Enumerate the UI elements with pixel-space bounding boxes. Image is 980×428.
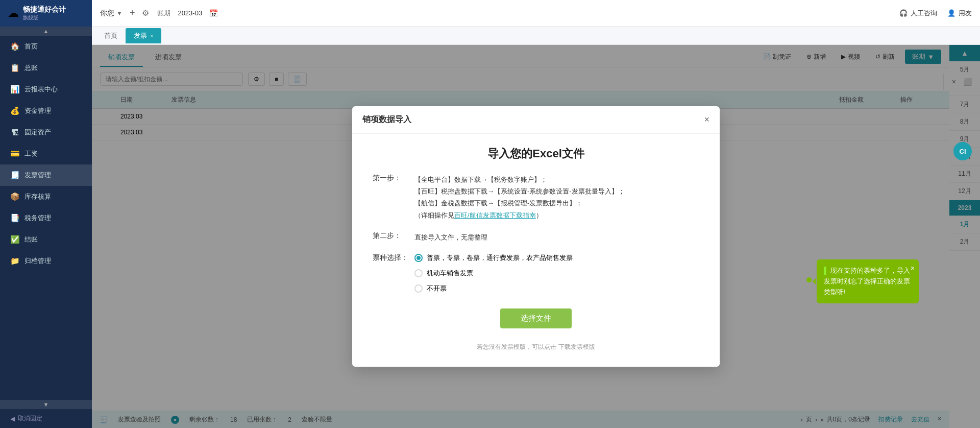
cloud-report-icon: 📊 xyxy=(10,85,19,94)
tabs-bar: 首页 发票 × xyxy=(92,27,980,45)
fixed-assets-icon: 🏗 xyxy=(10,128,19,137)
radio-label-0: 普票，专票，卷票，通行费发票，农产品销售发票 xyxy=(427,253,573,263)
period-value: 2023-03 xyxy=(178,9,202,17)
tab-home-label: 首页 xyxy=(104,31,117,40)
logo-text: 畅捷通好会计 xyxy=(23,5,66,14)
company-name: 你您 xyxy=(100,9,114,18)
tab-home[interactable]: 首页 xyxy=(96,28,126,43)
ticket-label: 票种选择： xyxy=(373,253,408,263)
step1-line2: 【百旺】税控盘数据下载→【系统设置-系统参数设置-发票批量导入】； xyxy=(414,185,625,197)
modal-big-title: 导入您的Excel文件 xyxy=(373,146,699,161)
sidebar-item-salary[interactable]: 💳 工资 xyxy=(0,143,92,164)
salary-icon: 💳 xyxy=(10,149,19,158)
invoice-icon: 🧾 xyxy=(10,171,19,180)
topbar: 你您 ▼ + ⚙ 账期 2023-03 📅 🎧 人工咨询 👤 用友 xyxy=(92,0,980,27)
sidebar-item-inventory[interactable]: 📦 库存核算 xyxy=(0,186,92,207)
service-label: 人工咨询 xyxy=(911,9,937,18)
user-icon: 👤 xyxy=(947,9,955,17)
sidebar-scroll-up[interactable]: ▲ xyxy=(0,27,92,36)
company-chevron-icon: ▼ xyxy=(116,10,122,17)
sidebar-item-tax[interactable]: 📑 税务管理 xyxy=(0,207,92,229)
sidebar-scroll-down[interactable]: ▼ xyxy=(0,400,92,409)
step1-line1: 【全电平台】数据下载→【税务数字账户】； xyxy=(414,174,625,185)
modal-body: 导入您的Excel文件 第一步： 【全电平台】数据下载→【税务数字账户】； 【百… xyxy=(352,134,720,367)
headset-icon: 🎧 xyxy=(899,9,908,17)
content-area: 销项发票 进项发票 📄 制凭证 ⊕ 新增 xyxy=(92,45,980,428)
import-modal: 销项数据导入 × 导入您的Excel文件 第一步： 【全电平台】数据下载→【税务… xyxy=(352,106,720,367)
tax-icon: 📑 xyxy=(10,213,19,223)
close-account-icon: ✅ xyxy=(10,235,19,244)
radio-label-2: 不开票 xyxy=(427,284,447,293)
step2-content: 直接导入文件，无需整理 xyxy=(414,231,487,243)
modal-footer: 选择文件 xyxy=(373,303,699,339)
step2-row: 第二步： 直接导入文件，无需整理 xyxy=(373,231,699,243)
funds-icon: 💰 xyxy=(10,106,19,115)
tab-invoice[interactable]: 发票 × xyxy=(126,28,161,43)
ledger-icon: 📋 xyxy=(10,63,19,73)
modal-close-button[interactable]: × xyxy=(704,114,709,125)
step1-link-prefix: （详细操作见 xyxy=(414,211,454,219)
avatar: CI xyxy=(953,142,972,160)
sidebar: ☁ 畅捷通好会计 旗舰版 ▲ 🏠 首页 📋 总账 📊 云报表中心 💰 资金管理 xyxy=(0,0,92,428)
user-label: 用友 xyxy=(959,9,972,18)
sidebar-item-fixed-assets[interactable]: 🏗 固定资产 xyxy=(0,122,92,143)
sidebar-bottom-unpin[interactable]: ◀ 取消固定 xyxy=(0,409,92,428)
step1-link-suffix: ） xyxy=(536,211,543,219)
step2-label: 第二步： xyxy=(373,231,408,241)
step1-row: 第一步： 【全电平台】数据下载→【税务数字账户】； 【百旺】税控盘数据下载→【系… xyxy=(373,174,699,222)
unpin-icon: ◀ xyxy=(10,415,15,422)
step1-guide-link[interactable]: 百旺/航信发票数据下载指南 xyxy=(454,211,536,219)
sidebar-item-close-account[interactable]: ✅ 结账 xyxy=(0,229,92,250)
sidebar-item-ledger[interactable]: 📋 总账 xyxy=(0,57,92,79)
tooltip-text: 现在支持的票种多了，导入发票时别忘了选择正确的发票类型呀! xyxy=(824,267,910,296)
settings-icon[interactable]: ⚙ xyxy=(142,8,149,18)
hint-text: 若您没有发票模版，可以点击 xyxy=(477,343,556,350)
tooltip-popup: × ▌ 现在支持的票种多了，导入发票时别忘了选择正确的发票类型呀! xyxy=(817,259,919,303)
topbar-right: 🎧 人工咨询 👤 用友 xyxy=(899,9,972,18)
modal-hint: 若您没有发票模版，可以点击 下载发票模版 xyxy=(373,343,699,351)
tab-invoice-close-icon[interactable]: × xyxy=(150,33,153,39)
avatar-initials: CI xyxy=(960,148,966,155)
step1-content: 【全电平台】数据下载→【税务数字账户】； 【百旺】税控盘数据下载→【系统设置-系… xyxy=(414,174,625,222)
archive-icon: 📁 xyxy=(10,256,19,266)
company-selector[interactable]: 你您 ▼ xyxy=(100,9,122,18)
sidebar-item-archive[interactable]: 📁 归档管理 xyxy=(0,250,92,272)
sidebar-item-cloud-report[interactable]: 📊 云报表中心 xyxy=(0,79,92,100)
main-content: 你您 ▼ + ⚙ 账期 2023-03 📅 🎧 人工咨询 👤 用友 xyxy=(92,0,980,428)
user-menu-button[interactable]: 👤 用友 xyxy=(947,9,972,18)
modal-overlay: 销项数据导入 × 导入您的Excel文件 第一步： 【全电平台】数据下载→【税务… xyxy=(92,45,980,428)
radio-option-0[interactable]: 普票，专票，卷票，通行费发票，农产品销售发票 xyxy=(414,253,573,263)
tooltip-close-button[interactable]: × xyxy=(911,263,915,274)
logo-icon: ☁ xyxy=(8,7,19,20)
unpin-label: 取消固定 xyxy=(18,414,42,423)
calendar-icon[interactable]: 📅 xyxy=(209,9,218,17)
select-file-button[interactable]: 选择文件 xyxy=(500,308,572,328)
logo-sub: 旗舰版 xyxy=(23,14,66,21)
sidebar-item-invoice[interactable]: 🧾 发票管理 xyxy=(0,164,92,186)
step1-label: 第一步： xyxy=(373,174,408,183)
download-template-link[interactable]: 下载发票模版 xyxy=(558,343,595,350)
ticket-choice-row: 票种选择： 普票，专票，卷票，通行费发票，农产品销售发票 机动车销售发票 xyxy=(373,253,699,293)
radio-group: 普票，专票，卷票，通行费发票，农产品销售发票 机动车销售发票 不开票 xyxy=(414,253,573,293)
sidebar-nav: 🏠 首页 📋 总账 📊 云报表中心 💰 资金管理 🏗 固定资产 💳 工资 xyxy=(0,36,92,400)
radio-option-1[interactable]: 机动车销售发票 xyxy=(414,269,573,278)
radio-circle-1 xyxy=(414,269,423,277)
period-label: 账期 xyxy=(157,9,170,18)
tooltip-connector-dot xyxy=(806,277,812,282)
radio-option-2[interactable]: 不开票 xyxy=(414,284,573,293)
customer-service-button[interactable]: 🎧 人工咨询 xyxy=(899,9,937,18)
modal-title: 销项数据导入 xyxy=(362,114,411,125)
radio-circle-2 xyxy=(414,284,423,293)
sidebar-item-funds[interactable]: 💰 资金管理 xyxy=(0,100,92,122)
tooltip-bar-icon: ▌ xyxy=(824,267,828,274)
add-company-button[interactable]: + xyxy=(128,8,137,18)
home-icon: 🏠 xyxy=(10,42,19,51)
radio-circle-0 xyxy=(414,254,423,262)
step1-link-row: （详细操作见百旺/航信发票数据下载指南） xyxy=(414,209,625,221)
sidebar-item-home[interactable]: 🏠 首页 xyxy=(0,36,92,57)
radio-label-1: 机动车销售发票 xyxy=(427,269,473,278)
tab-invoice-label: 发票 xyxy=(134,31,147,40)
inventory-icon: 📦 xyxy=(10,192,19,201)
modal-header: 销项数据导入 × xyxy=(352,106,720,134)
sidebar-logo: ☁ 畅捷通好会计 旗舰版 xyxy=(0,0,92,27)
